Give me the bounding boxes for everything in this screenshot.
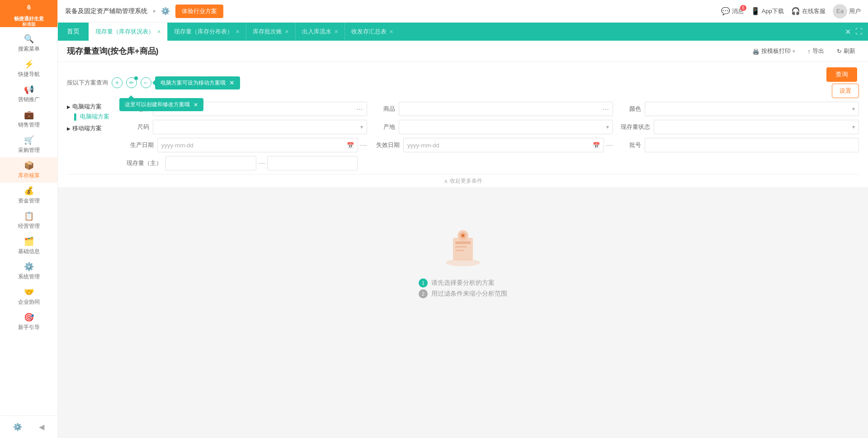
calendar-icon-2: 📅 [593,142,600,149]
svg-rect-4 [455,241,471,244]
add-scheme-btn[interactable]: ＋ [112,77,123,88]
sidebar-item-inventory[interactable]: 📦 库存核算 [0,157,57,183]
sidebar-item-operation[interactable]: 📋 经营管理 [0,208,57,233]
tooltip1-close-btn[interactable]: ✕ [229,79,235,86]
calendar-icon-1: 📅 [347,142,354,149]
headset-icon: 🎧 [791,7,800,15]
bell-icon: 💬 [721,7,730,15]
expand-arrow-icon: ▶ [67,104,71,109]
export-btn[interactable]: ↑ 导出 [804,45,828,57]
stock-main-max[interactable] [267,156,358,170]
tooltip-mobile-scheme: 电脑方案可设为移动方案哦 ✕ [155,76,240,89]
refresh-btn[interactable]: ↻ 刷新 [833,45,859,57]
empty-state: 1 请先选择要分析的方案 2 用过滤条件来缩小分析范围 [58,188,868,336]
tab-inventory-status[interactable]: 现存量（库存状况表） ✕ [89,23,167,41]
batch-input[interactable] [645,138,859,152]
print-btn[interactable]: 🖨️ 按模板打印 ▾ [749,45,799,57]
user-menu[interactable]: Ea 用户 [833,4,861,19]
sidebar-item-corp[interactable]: 🤝 企业协同 [0,284,57,309]
tab-close-inventory-dist[interactable]: ✕ [236,29,240,35]
size-select[interactable]: ▾ [153,120,367,134]
topbar: 装备及固定资产辅助管理系统 ▾ ⚙️ 体验行业方案 💬 消息 6 📱 App下载… [58,0,868,23]
collapse-sidebar-btn[interactable]: ◀ [39,423,44,431]
expand-arrow-mobile-icon: ▶ [67,126,71,131]
origin-select[interactable]: ▾ [399,120,613,134]
stock-status-label: 现存量状态 [618,123,650,131]
sidebar-item-search[interactable]: 🔍 搜索菜单 [0,31,57,56]
color-label: 颜色 [618,105,641,113]
tab-home[interactable]: 首页 [58,23,89,41]
briefcase-icon: 💼 [24,110,34,120]
search-icon: 🔍 [24,34,34,44]
cart-icon: 🛒 [24,135,34,145]
expire-date-start[interactable]: yyyy-mm-dd 📅 [403,138,604,152]
sidebar-item-system[interactable]: ⚙️ 系统管理 [0,259,57,284]
print-dropdown-icon: ▾ [793,48,795,54]
tab-close-inout-flow[interactable]: ✕ [334,29,338,35]
topbar-left: 装备及固定资产辅助管理系统 ▾ ⚙️ 体验行业方案 [65,5,223,18]
stock-status-select[interactable]: ▾ [654,120,859,134]
tab-close-batch-account[interactable]: ✕ [285,29,289,35]
tab-fullscreen-btn[interactable]: ⛶ [854,27,864,37]
notification-count: 6 [740,5,746,11]
online-service-button[interactable]: 🎧 在线客服 [791,7,826,15]
origin-chevron-icon: ▾ [606,124,609,130]
topbar-setting-icon[interactable]: ⚙️ [161,7,170,15]
tab-inout-flow[interactable]: 出入库流水 ✕ [295,23,344,41]
produce-date-start[interactable]: yyyy-mm-dd 📅 [157,138,358,152]
filter-label: 按以下方案查询 [67,79,108,87]
mobile-scheme-label[interactable]: 移动端方案 [72,124,102,132]
batch-label: 批号 [618,141,641,149]
tab-close-inventory-status[interactable]: ✕ [157,29,161,35]
sidebar-item-quicknav[interactable]: ⚡ 快捷导航 [0,56,57,81]
main-content: 现存量查询(按仓库+商品) 🖨️ 按模板打印 ▾ ↑ 导出 ↻ 刷新 [58,41,868,438]
color-select[interactable]: ▾ [645,102,859,116]
warehouse-more-icon: ··· [356,104,363,114]
goods-select[interactable]: ··· [399,102,613,116]
sidebar-item-basicinfo[interactable]: 🗂️ 基础信息 [0,233,57,259]
collapse-filter-btn[interactable]: ∧ 收起更多条件 [67,174,859,188]
active-scheme-indicator: ▌ [74,113,78,120]
sidebar-item-finance[interactable]: 💰 资金管理 [0,183,57,208]
sidebar: 6 畅捷通好生意 标准版 🔍 搜索菜单 ⚡ 快捷导航 📢 营销推广 💼 销售管理… [0,0,58,438]
expire-date-label: 失效日期 [373,141,400,149]
sidebar-item-marketing[interactable]: 📢 营销推广 [0,81,57,107]
tab-inventory-dist[interactable]: 现存量（库存分布表） ✕ [167,23,246,41]
app-logo: 6 畅捷通好生意 标准版 [0,0,57,27]
step1-badge: 1 [419,278,428,287]
filter-settings-btn[interactable]: 设置 [832,84,859,98]
phone-icon: 📱 [751,7,760,15]
printer-icon: 🖨️ [752,48,760,55]
notification-button[interactable]: 💬 消息 6 [721,7,744,15]
pc-scheme-label[interactable]: 电脑端方案 [72,103,102,111]
clipboard-icon: 📋 [24,211,34,221]
size-label: 尺码 [127,123,149,131]
app-name: 畅捷通好生意 标准版 [14,16,44,27]
sidebar-item-purchase[interactable]: 🛒 采购管理 [0,132,57,157]
money-icon: 💰 [24,186,34,196]
tooltip2-close-btn[interactable]: ✕ [193,102,198,108]
box-icon: 📦 [24,160,34,170]
stock-main-min[interactable] [165,156,256,170]
sidebar-item-sales[interactable]: 💼 销售管理 [0,107,57,132]
edit-scheme-btn[interactable]: ✏ [126,77,137,88]
settings-bottom-icon[interactable]: ⚙️ [13,423,22,431]
app-download-button[interactable]: 📱 App下载 [751,7,784,15]
tab-close-all-btn[interactable]: ✕ [843,27,853,37]
arrow-back-btn[interactable]: ← [141,77,151,88]
tab-batch-account[interactable]: 库存批次账 ✕ [246,23,295,41]
page-title: 现存量查询(按仓库+商品) [67,46,159,57]
produce-date-label: 生产日期 [127,141,154,149]
sidebar-item-guide[interactable]: 🎯 新手引导 [0,309,57,334]
export-icon: ↑ [808,48,811,55]
sidebar-bottom: ⚙️ ◀ [0,415,57,438]
tab-summary[interactable]: 收发存汇总表 ✕ [344,23,400,41]
pc-scheme-item[interactable]: 电脑端方案 [80,113,109,121]
tab-actions: ✕ ⛶ [840,27,868,37]
tab-close-summary[interactable]: ✕ [389,29,393,35]
search-button[interactable]: 查询 [826,67,857,82]
trial-button[interactable]: 体验行业方案 [175,5,223,18]
goods-label: 商品 [373,105,395,113]
stock-status-chevron-icon: ▾ [852,124,855,130]
svg-text:6: 6 [27,4,30,11]
